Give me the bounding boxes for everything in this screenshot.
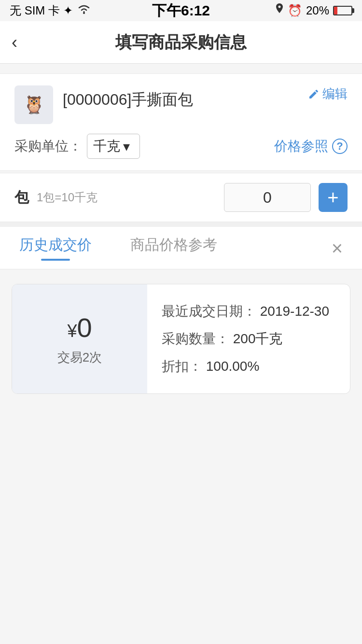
- purchase-quantity-value: 200千克: [233, 331, 283, 346]
- transaction-count: 交易2次: [57, 349, 102, 366]
- quantity-conversion-note: 1包=10千克: [37, 190, 224, 205]
- tab-product-price-ref-label: 商品价格参考: [130, 235, 217, 259]
- svg-point-0: [83, 12, 85, 14]
- quantity-input[interactable]: [224, 183, 311, 212]
- sim-label: 无 SIM 卡 ✦: [10, 3, 73, 18]
- product-info-left: 🦉 [0000006]手撕面包: [14, 85, 193, 124]
- quantity-plus-button[interactable]: +: [319, 183, 348, 212]
- tab-history-price[interactable]: 历史成交价: [19, 227, 92, 269]
- recent-date-value: 2019-12-30: [260, 304, 329, 319]
- quantity-unit-label: 包: [14, 188, 29, 208]
- discount-row: 折扣： 100.00%: [162, 357, 335, 376]
- edit-button[interactable]: 编辑: [308, 85, 348, 102]
- status-left: 无 SIM 卡 ✦: [10, 3, 91, 18]
- status-bar: 无 SIM 卡 ✦ 下午6:12 ⏰ 20%: [0, 0, 362, 21]
- unit-select[interactable]: 千克 ▾: [87, 134, 140, 159]
- quantity-section: 包 1包=10千克 +: [0, 173, 362, 222]
- price-ref-help-icon: ?: [332, 139, 348, 154]
- tabs-close-button[interactable]: ×: [332, 238, 343, 258]
- dropdown-arrow-icon: ▾: [123, 139, 130, 154]
- plus-icon: +: [327, 187, 338, 209]
- battery-percent: 20%: [306, 4, 329, 17]
- tab-history-price-label: 历史成交价: [19, 235, 92, 259]
- wifi-icon: [77, 4, 91, 17]
- location-icon: [275, 3, 284, 18]
- tabs-list: 历史成交价 商品价格参考: [19, 227, 217, 269]
- currency-symbol: ¥: [67, 321, 77, 341]
- price-ref-label: 价格参照: [274, 137, 328, 155]
- price-card-right: 最近成交日期： 2019-12-30 采购数量： 200千克 折扣： 100.0…: [147, 284, 350, 393]
- price-display: ¥0: [67, 312, 92, 343]
- page-header: ‹ 填写商品采购信息: [0, 21, 362, 64]
- section-separator: [0, 222, 362, 227]
- unit-value: 千克: [93, 137, 120, 155]
- brand-logo-icon: 🦉: [23, 95, 45, 115]
- tab-history-price-indicator: [41, 259, 70, 261]
- recent-date-label: 最近成交日期：: [162, 304, 256, 319]
- page-title: 填写商品采购信息: [115, 31, 247, 54]
- discount-label: 折扣：: [162, 359, 202, 374]
- tabs-bar: 历史成交价 商品价格参考 ×: [0, 227, 362, 269]
- tab-product-price-ref[interactable]: 商品价格参考: [130, 227, 217, 269]
- status-right: ⏰ 20%: [275, 3, 352, 18]
- product-logo: 🦉: [14, 85, 53, 124]
- status-time: 下午6:12: [152, 1, 210, 21]
- price-card-left: ¥0 交易2次: [12, 284, 147, 393]
- edit-label: 编辑: [322, 85, 348, 102]
- content-area: ¥0 交易2次 最近成交日期： 2019-12-30 采购数量： 200千克 折…: [0, 269, 362, 408]
- alarm-icon: ⏰: [288, 4, 302, 17]
- unit-label: 采购单位：: [14, 137, 82, 155]
- price-reference-button[interactable]: 价格参照 ?: [274, 137, 348, 155]
- purchase-quantity-label: 采购数量：: [162, 331, 229, 346]
- battery-icon: [333, 6, 352, 15]
- back-button[interactable]: ‹: [12, 32, 17, 53]
- product-name: [0000006]手撕面包: [63, 85, 193, 111]
- purchase-quantity-row: 采购数量： 200千克: [162, 329, 335, 348]
- recent-date-row: 最近成交日期： 2019-12-30: [162, 302, 335, 321]
- discount-value: 100.00%: [206, 359, 260, 374]
- product-card: 🦉 [0000006]手撕面包 编辑 采购单位： 千克 ▾ 价格参照 ?: [0, 73, 362, 171]
- price-amount: 0: [77, 312, 92, 343]
- price-history-card: ¥0 交易2次 最近成交日期： 2019-12-30 采购数量： 200千克 折…: [12, 284, 350, 394]
